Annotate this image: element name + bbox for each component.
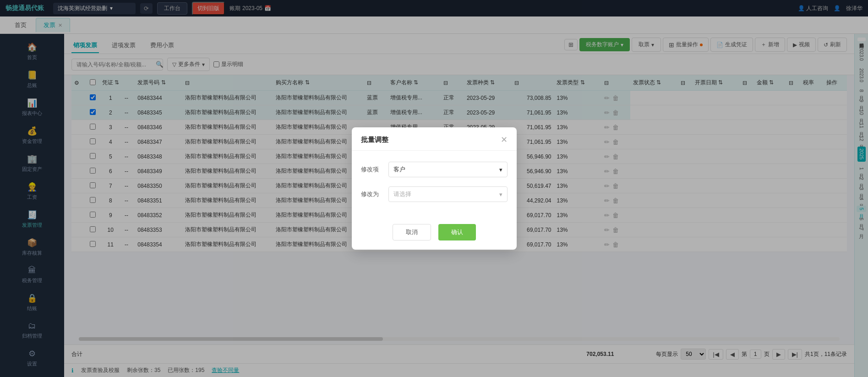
- modify-value-row: 修改为 请选择 ▾: [361, 186, 508, 202]
- modal-overlay[interactable]: 批量调整 ✕ 修改项 客户 ▾ 修改为 请选择 ▾ 取消 确认: [0, 0, 868, 377]
- modal-close-btn[interactable]: ✕: [501, 135, 508, 145]
- field-dropdown-icon: ▾: [499, 166, 502, 173]
- confirm-button[interactable]: 确认: [438, 224, 476, 240]
- modify-field-row: 修改项 客户 ▾: [361, 162, 508, 177]
- modify-value-placeholder: 请选择: [393, 190, 411, 198]
- modify-value-select[interactable]: 请选择 ▾: [388, 186, 508, 202]
- batch-adjust-modal: 批量调整 ✕ 修改项 客户 ▾ 修改为 请选择 ▾ 取消 确认: [352, 127, 517, 250]
- value-dropdown-icon: ▾: [499, 191, 502, 198]
- modify-value-label: 修改为: [361, 190, 388, 198]
- modify-field-value: 客户: [393, 165, 405, 174]
- cancel-button[interactable]: 取消: [393, 224, 431, 240]
- modal-header: 批量调整 ✕: [352, 127, 517, 151]
- modify-field-label: 修改项: [361, 165, 388, 174]
- modal-footer: 取消 确认: [352, 220, 517, 250]
- modify-field-select[interactable]: 客户 ▾: [388, 162, 508, 177]
- modal-title: 批量调整: [361, 136, 388, 144]
- modal-body: 修改项 客户 ▾ 修改为 请选择 ▾: [352, 151, 517, 220]
